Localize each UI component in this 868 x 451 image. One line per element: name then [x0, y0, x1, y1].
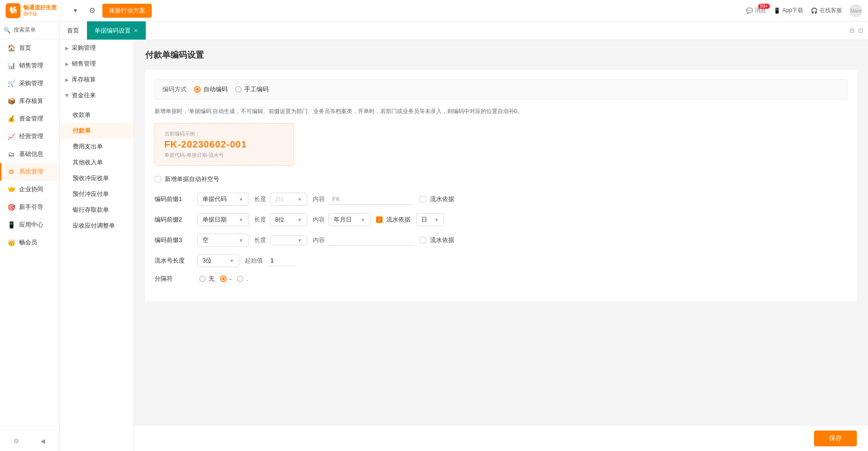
system-icon: ⚙ [7, 168, 15, 176]
save-button[interactable]: 保存 [814, 431, 857, 446]
sidebar-label-management: 经营管理 [19, 132, 43, 141]
tab-minimize-icon[interactable]: ⊟ [849, 27, 855, 34]
prefix2-content-select[interactable]: 年月日 ▼ [329, 213, 370, 226]
prefix1-content-group: 内容 [313, 194, 414, 205]
sidebar-item-appcenter[interactable]: 📱 应用中心 [0, 216, 59, 234]
sidebar-item-guide[interactable]: 🎯 新手引导 [0, 198, 59, 216]
logo-icon: 畅 [6, 3, 20, 18]
sidebar-item-management[interactable]: 📈 经营管理 [0, 128, 59, 145]
sidebar-bottom: ⚙ ◀ [0, 431, 59, 451]
prefix1-length-select[interactable]: 2位 ▼ [270, 193, 307, 206]
separator-none-circle [199, 276, 206, 282]
sidebar-settings-button[interactable]: ⚙ [4, 435, 29, 447]
appcenter-icon: 📱 [7, 221, 15, 229]
tab-close-icon[interactable]: ✕ [134, 27, 138, 34]
basic-icon: 🗂 [7, 150, 15, 158]
chevron-down-icon-7: ▼ [361, 217, 365, 222]
bottom-bar: 保存 [134, 425, 868, 451]
app-download-button[interactable]: 📱 App下载 [774, 7, 803, 14]
menu-item-expense[interactable]: 费用支出单 [60, 139, 134, 155]
tab-home-label: 首页 [67, 27, 79, 35]
prefix1-length-group: 长度 2位 ▼ [254, 193, 307, 206]
tab-home[interactable]: 首页 [60, 21, 87, 40]
sidebar-item-basic[interactable]: 🗂 基础信息 [0, 145, 59, 163]
user-profile[interactable]: Nare [849, 4, 862, 17]
menu-header-purchase[interactable]: ▶ 采购管理 [60, 40, 134, 56]
management-icon: 📈 [7, 132, 15, 141]
encoding-radio-group: 自动编码 手工编码 [194, 85, 269, 94]
chevron-right-icon-2: ▶ [65, 61, 69, 67]
tab-encoding-settings[interactable]: 单据编码设置 ✕ [87, 21, 146, 40]
encoding-method-label: 编码方式 [162, 85, 187, 94]
sidebar-item-system[interactable]: ⚙ 系统管理 [0, 163, 59, 181]
guide-icon: 🎯 [7, 203, 15, 211]
sidebar-item-enterprise[interactable]: 🤝 企业协同 [0, 181, 59, 198]
settings-icon[interactable]: ⚙ [86, 4, 99, 17]
sidebar-item-purchase[interactable]: 🛒 采购管理 [0, 74, 59, 92]
prefix3-serial-checkbox[interactable] [420, 237, 426, 243]
prefix2-length-group: 长度 8位 ▼ [254, 213, 307, 226]
sidebar-collapse-button[interactable]: ◀ [31, 435, 56, 447]
sidebar-search[interactable]: 🔍 搜索菜单 [0, 21, 59, 39]
sidebar-item-home[interactable]: 🏠 首页 [0, 39, 59, 57]
menu-item-payment[interactable]: 付款单 [60, 123, 134, 139]
prefix3-select[interactable]: 空 ▼ [197, 234, 249, 247]
prefix3-content-group: 内容 [313, 235, 414, 246]
prefix2-select[interactable]: 单据日期 ▼ [197, 213, 249, 226]
sidebar-label-inventory: 库存核算 [19, 97, 43, 105]
message-button[interactable]: 💬 消息 99+ [746, 7, 766, 14]
menu-item-advance-payment[interactable]: 预付冲应付单 [60, 186, 134, 202]
sidebar-label-appcenter: 应用中心 [19, 221, 43, 229]
main-page: 付款单编码设置 编码方式 自动编码 [134, 40, 868, 451]
chevron-down-icon-2: ▼ [239, 217, 243, 222]
prefix2-serial-unit-select[interactable]: 日 ▼ [416, 213, 444, 226]
separator-none[interactable]: 无 [199, 275, 215, 283]
menu-header-sales[interactable]: ▶ 销售管理 [60, 56, 134, 72]
menu-item-receipt[interactable]: 收款单 [60, 107, 134, 123]
prefix3-content-input[interactable] [329, 235, 414, 246]
start-value-input[interactable] [267, 255, 295, 266]
prefix2-length-select[interactable]: 8位 ▼ [270, 213, 307, 226]
top-bar-dropdown[interactable]: ▼ [69, 6, 82, 16]
inner-content: 编码方式 自动编码 手工编码 [145, 70, 857, 302]
chevron-down-icon-6: ▼ [297, 217, 302, 222]
manual-encoding-circle [235, 86, 242, 93]
code-preview-sub: 单据代码-单据日期-流水号 [164, 152, 284, 159]
separator-dot[interactable]: . [237, 276, 248, 283]
menu-item-other-income[interactable]: 其他收入单 [60, 155, 134, 170]
auto-fill-checkbox[interactable] [155, 176, 161, 182]
manual-encoding-radio[interactable]: 手工编码 [235, 85, 269, 94]
inventory-icon: 📦 [7, 97, 15, 105]
tab-bar-right: ⊟ ⊡ [845, 21, 868, 40]
tab-maximize-icon[interactable]: ⊡ [858, 27, 863, 34]
menu-header-inventory[interactable]: ▶ 库存核算 [60, 72, 134, 88]
sidebar-item-sales[interactable]: 📊 销售管理 [0, 57, 59, 74]
sales-icon: 📊 [7, 61, 15, 70]
top-bar-middle: ▼ ⚙ 体验行业方案 [69, 4, 742, 18]
separator-dash[interactable]: - [220, 276, 231, 283]
prefix2-serial-checkbox[interactable]: ✓ [376, 216, 383, 223]
sidebar-item-inventory[interactable]: 📦 库存核算 [0, 92, 59, 110]
sidebar-item-finance[interactable]: 💰 资金管理 [0, 110, 59, 128]
prefix1-select[interactable]: 单据代码 ▼ [197, 193, 249, 206]
chevron-down-icon-9: ▼ [297, 238, 302, 243]
prefix1-serial-checkbox[interactable] [420, 196, 426, 202]
menu-item-bank[interactable]: 银行存取款单 [60, 202, 134, 218]
code-preview-label: 当前编码示例： [164, 130, 284, 137]
auto-encoding-radio[interactable]: 自动编码 [194, 85, 228, 94]
online-service-button[interactable]: 🎧 在线客服 [811, 7, 842, 14]
menu-header-funds[interactable]: ▶ 资金往来 [60, 88, 134, 103]
logo-main-text: 畅通道好生意 [23, 4, 57, 11]
prefix3-length-select[interactable]: ▼ [270, 236, 307, 245]
online-service-icon: 🎧 [811, 7, 818, 14]
start-value-group: 起始值 [245, 255, 295, 266]
serial-length-select[interactable]: 3位 ▼ [197, 254, 239, 267]
menu-item-adjustment[interactable]: 应收应付调整单 [60, 218, 134, 234]
prefix1-content-input[interactable] [329, 194, 414, 205]
sidebar-item-member[interactable]: 👑 畅会员 [0, 234, 59, 251]
prefix1-serial-group: 流水依据 [420, 195, 454, 203]
separator-dot-circle [237, 276, 243, 282]
menu-item-advance-receipt[interactable]: 预收冲应收单 [60, 170, 134, 186]
experience-button[interactable]: 体验行业方案 [102, 4, 152, 18]
auto-fill-label: 新增单据自动补空号 [165, 175, 219, 183]
